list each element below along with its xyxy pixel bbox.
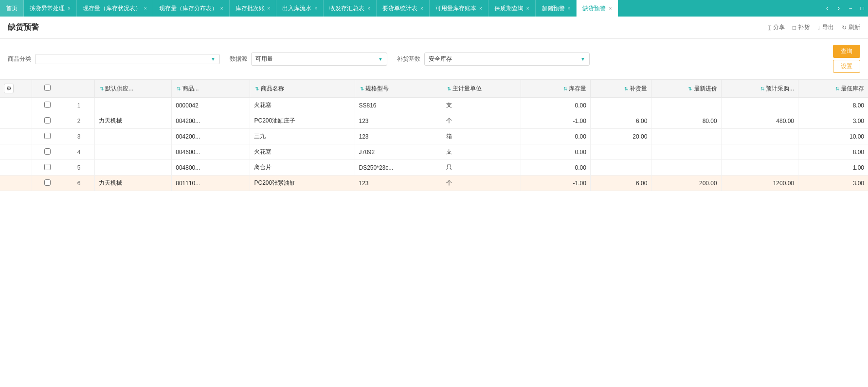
tab-available[interactable]: 可用量库存账本 × [430, 0, 488, 17]
tab-minimize[interactable]: − [845, 5, 856, 12]
row-code-cell: 004200... [172, 129, 250, 144]
row-checkbox-2[interactable] [44, 117, 51, 123]
refresh-action[interactable]: ↻ 刷新 [842, 23, 860, 32]
tab-order-stat[interactable]: 要货单统计表 × [377, 0, 430, 17]
tab-scroll-left[interactable]: ‹ [821, 5, 833, 12]
header-actions: ⌶ 分享 □ 补货 ↓ 导出 ↻ 刷新 [768, 23, 860, 32]
row-stock-cell: 0.00 [521, 98, 590, 113]
row-checkbox-3[interactable] [44, 133, 51, 139]
th-minstk-sort-icon: ⇅ [835, 86, 839, 91]
row-checkbox-5[interactable] [44, 164, 51, 170]
tab-stock-dist[interactable]: 现存量（库存分布表） × [153, 0, 230, 17]
row-purchase-cell: 480.00 [721, 113, 798, 129]
th-stock[interactable]: ⇅ 库存量 [521, 80, 590, 98]
select-all-checkbox[interactable] [44, 85, 51, 91]
th-restock-qty[interactable]: ⇅ 补货量 [590, 80, 651, 98]
row-unit-cell: 支 [442, 144, 521, 160]
row-code-cell: 004600... [172, 144, 250, 160]
row-price-cell [651, 129, 721, 144]
table-row: 2 力天机械 004200... PC200油缸庄子 123 个 -1.00 6… [0, 113, 868, 129]
row-checkbox-4[interactable] [44, 148, 51, 155]
datasource-select[interactable]: 可用量 ▼ [251, 53, 387, 66]
table-row: 1 0000042 火花塞 SS816 支 0.00 8.00 [0, 98, 868, 113]
tab-scroll-right[interactable]: › [833, 5, 845, 12]
row-checkbox-cell[interactable] [32, 144, 63, 160]
row-checkbox-cell[interactable] [32, 113, 63, 129]
column-settings-icon[interactable]: ⚙ [4, 84, 14, 93]
export-action[interactable]: ↓ 导出 [817, 23, 834, 32]
row-checkbox-cell[interactable] [32, 176, 63, 191]
close-tab-order-stat[interactable]: × [420, 6, 423, 11]
tab-overstock[interactable]: 超储预警 × [536, 0, 577, 17]
th-checkbox[interactable] [32, 80, 63, 98]
row-minstk-cell: 1.00 [798, 160, 868, 176]
th-min-stock[interactable]: ⇅ 最低库存 [798, 80, 868, 98]
page-header: 缺货预警 ⌶ 分享 □ 补货 ↓ 导出 ↻ 刷新 [0, 17, 868, 39]
row-settings-cell [0, 160, 32, 176]
table-row: 3 004200... 三九 123 箱 0.00 20.00 10.00 [0, 129, 868, 144]
tab-stock-status[interactable]: 现存量（库存状况表） × [77, 0, 153, 17]
row-spec-cell: 123 [355, 129, 442, 144]
row-name-cell: PC200张紧油缸 [250, 176, 355, 191]
tab-collect[interactable]: 收发存汇总表 × [324, 0, 377, 17]
row-checkbox-cell[interactable] [32, 98, 63, 113]
row-checkbox-cell[interactable] [32, 160, 63, 176]
th-supplier[interactable]: ⇅ 默认供应... [94, 80, 171, 98]
th-spec[interactable]: ⇅ 规格型号 [355, 80, 442, 98]
row-unit-cell: 个 [442, 176, 521, 191]
row-unit-cell: 个 [442, 113, 521, 129]
row-stock-cell: -1.00 [521, 176, 590, 191]
row-price-cell [651, 144, 721, 160]
row-name-cell: PC200油缸庄子 [250, 113, 355, 129]
row-stock-cell: 0.00 [521, 160, 590, 176]
row-spec-cell: 123 [355, 176, 442, 191]
row-supplier-cell [94, 160, 171, 176]
tab-expiry[interactable]: 保质期查询 × [488, 0, 536, 17]
table-body: 1 0000042 火花塞 SS816 支 0.00 8.00 2 力天机械 0… [0, 98, 868, 191]
share-action[interactable]: ⌶ 分享 [768, 23, 785, 32]
th-settings[interactable]: ⚙ [0, 80, 32, 98]
th-latest-price[interactable]: ⇅ 最新进价 [651, 80, 721, 98]
row-spec-cell: DS250*23c... [355, 160, 442, 176]
restock-label: 补货基数 [397, 55, 420, 63]
close-tab-shortage[interactable]: × [609, 6, 612, 11]
row-settings-cell [0, 144, 32, 160]
close-tab-available[interactable]: × [479, 6, 482, 11]
row-name-cell: 三九 [250, 129, 355, 144]
row-checkbox-cell[interactable] [32, 129, 63, 144]
settings-button[interactable]: 设置 [833, 60, 860, 73]
th-est-purchase[interactable]: ⇅ 预计采购... [721, 80, 798, 98]
restock-select[interactable]: 安全库存 ▼ [424, 53, 590, 66]
row-price-cell: 200.00 [651, 176, 721, 191]
th-stock-sort-icon: ⇅ [563, 86, 567, 91]
row-checkbox-6[interactable] [44, 179, 51, 186]
row-settings-cell [0, 176, 32, 191]
row-name-cell: 火花塞 [250, 144, 355, 160]
row-checkbox-1[interactable] [44, 102, 51, 108]
close-tab-stock-status[interactable]: × [144, 6, 147, 11]
row-spec-cell: J7092 [355, 144, 442, 160]
close-tab-overstock[interactable]: × [568, 6, 571, 11]
close-tab-batch[interactable]: × [268, 6, 271, 11]
close-tab-exception[interactable]: × [68, 6, 71, 11]
close-tab-expiry[interactable]: × [526, 6, 529, 11]
tab-exception[interactable]: 拣货异常处理 × [24, 0, 77, 17]
query-button[interactable]: 查询 [833, 45, 860, 58]
tab-maximize[interactable]: □ [856, 5, 868, 12]
row-num-cell: 3 [63, 129, 95, 144]
tab-batch[interactable]: 库存批次账 × [230, 0, 277, 17]
row-name-cell: 离合片 [250, 160, 355, 176]
row-stock-cell: -1.00 [521, 113, 590, 129]
close-tab-inout[interactable]: × [314, 6, 317, 11]
tab-shortage[interactable]: 缺货预警 × [577, 0, 618, 17]
restock-action[interactable]: □ 补货 [793, 23, 810, 32]
category-select[interactable]: ▼ [35, 54, 220, 64]
th-unit[interactable]: ⇅ 主计量单位 [442, 80, 521, 98]
close-tab-stock-dist[interactable]: × [220, 6, 223, 11]
tab-inout[interactable]: 出入库流水 × [276, 0, 324, 17]
tab-home[interactable]: 首页 [0, 0, 24, 17]
th-name[interactable]: ⇅ 商品名称 [250, 80, 355, 98]
th-code[interactable]: ⇅ 商品... [172, 80, 250, 98]
close-tab-collect[interactable]: × [367, 6, 370, 11]
row-unit-cell: 支 [442, 98, 521, 113]
